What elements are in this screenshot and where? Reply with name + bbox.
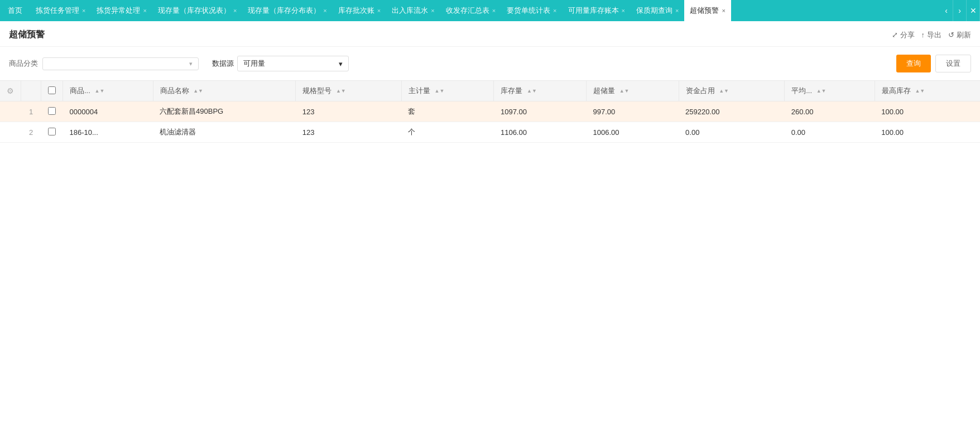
row-product-code: 186-10... bbox=[63, 122, 153, 143]
nav-tab-9-close[interactable]: × bbox=[622, 7, 625, 14]
nav-tab-1-close[interactable]: × bbox=[82, 7, 85, 14]
query-button[interactable]: 查询 bbox=[896, 55, 931, 72]
nav-arrow-right[interactable]: › bbox=[953, 0, 967, 21]
nav-tab-9-label: 可用量库存账本 bbox=[568, 6, 619, 16]
th-max-stock[interactable]: 最高库存 ▲▼ bbox=[875, 81, 980, 101]
nav-tab-11-close[interactable]: × bbox=[722, 7, 725, 14]
datasource-label: 数据源 bbox=[212, 59, 234, 69]
select-all-checkbox[interactable] bbox=[48, 86, 56, 94]
th-product-name-label: 商品名称 bbox=[160, 86, 189, 95]
data-table: ⚙ 商品... ▲▼ 商品名称 ▲▼ 规格型号 bbox=[0, 80, 980, 143]
row-unit: 个 bbox=[401, 122, 494, 143]
th-capital[interactable]: 资金占用 ▲▼ bbox=[679, 81, 785, 101]
row-max-stock: 100.00 bbox=[875, 101, 980, 122]
nav-tab-11[interactable]: 超储预警 × bbox=[684, 0, 731, 21]
th-avg-label: 平均... bbox=[791, 86, 812, 95]
setting-button[interactable]: 设置 bbox=[935, 55, 971, 72]
th-overstock-label: 超储量 bbox=[593, 86, 615, 95]
nav-tab-5[interactable]: 库存批次账 × bbox=[333, 0, 386, 21]
nav-tab-8-close[interactable]: × bbox=[553, 7, 556, 14]
nav-tab-5-close[interactable]: × bbox=[377, 7, 381, 14]
filter-buttons: 查询 设置 bbox=[896, 55, 971, 72]
share-button[interactable]: ⤢ 分享 bbox=[892, 30, 915, 40]
table-header-row: ⚙ 商品... ▲▼ 商品名称 ▲▼ 规格型号 bbox=[0, 81, 980, 101]
sort-icon-capital: ▲▼ bbox=[719, 89, 729, 94]
nav-tab-3[interactable]: 现存量（库存状况表） × bbox=[152, 0, 242, 21]
table-row: 2 186-10... 机油滤清器 123 个 1106.00 1006.00 … bbox=[0, 122, 980, 143]
th-spec[interactable]: 规格型号 ▲▼ bbox=[296, 81, 402, 101]
table-row: 1 0000004 六配套新昌490BPG 123 套 1097.00 997.… bbox=[0, 101, 980, 122]
sort-icon-max-stock: ▲▼ bbox=[915, 89, 925, 94]
row-spec: 123 bbox=[296, 122, 402, 143]
nav-tab-3-close[interactable]: × bbox=[233, 7, 237, 14]
row-stock: 1106.00 bbox=[494, 122, 587, 143]
th-stock-label: 库存量 bbox=[501, 86, 522, 95]
page-header: 超储预警 ⤢ 分享 ↑ 导出 ↺ 刷新 bbox=[0, 21, 980, 47]
nav-arrow-more[interactable]: ✕ bbox=[967, 0, 980, 21]
export-button[interactable]: ↑ 导出 bbox=[921, 30, 942, 40]
row-overstock: 1006.00 bbox=[587, 122, 679, 143]
nav-tab-6[interactable]: 出入库流水 × bbox=[386, 0, 440, 21]
table-body: 1 0000004 六配套新昌490BPG 123 套 1097.00 997.… bbox=[0, 101, 980, 143]
th-max-stock-label: 最高库存 bbox=[882, 86, 911, 95]
nav-home[interactable]: 首页 bbox=[0, 6, 30, 16]
th-unit-label: 主计量 bbox=[409, 86, 430, 95]
nav-tab-10[interactable]: 保质期查询 × bbox=[631, 0, 684, 21]
nav-arrow-left[interactable]: ‹ bbox=[940, 0, 953, 21]
nav-tab-1-label: 拣货任务管理 bbox=[36, 6, 79, 16]
row-checkbox-cell[interactable] bbox=[41, 122, 63, 143]
row-spec: 123 bbox=[296, 101, 402, 122]
table-container: ⚙ 商品... ▲▼ 商品名称 ▲▼ 规格型号 bbox=[0, 80, 980, 143]
refresh-button[interactable]: ↺ 刷新 bbox=[948, 30, 971, 40]
nav-tab-1[interactable]: 拣货任务管理 × bbox=[30, 0, 91, 21]
export-label: 导出 bbox=[927, 30, 941, 40]
nav-tab-7[interactable]: 收发存汇总表 × bbox=[440, 0, 501, 21]
th-unit[interactable]: 主计量 ▲▼ bbox=[401, 81, 494, 101]
row-capital: 259220.00 bbox=[679, 101, 785, 122]
row-capital: 0.00 bbox=[679, 122, 785, 143]
th-capital-label: 资金占用 bbox=[686, 86, 715, 95]
refresh-label: 刷新 bbox=[957, 30, 971, 40]
datasource-filter: 数据源 可用量 ▾ bbox=[212, 56, 349, 71]
th-num bbox=[21, 81, 41, 101]
nav-arrows: ‹ › ✕ bbox=[940, 0, 980, 21]
row-checkbox[interactable] bbox=[48, 107, 56, 115]
row-checkbox[interactable] bbox=[48, 128, 56, 135]
th-check[interactable] bbox=[41, 81, 63, 101]
th-avg[interactable]: 平均... ▲▼ bbox=[785, 81, 875, 101]
th-stock[interactable]: 库存量 ▲▼ bbox=[494, 81, 587, 101]
share-icon: ⤢ bbox=[892, 31, 898, 39]
row-product-code: 0000004 bbox=[63, 101, 153, 122]
nav-tab-2-label: 拣货异常处理 bbox=[97, 6, 140, 16]
sort-icon-overstock: ▲▼ bbox=[619, 89, 630, 94]
nav-tab-2[interactable]: 拣货异常处理 × bbox=[91, 0, 152, 21]
page-title: 超储预警 bbox=[9, 29, 45, 41]
nav-tab-2-close[interactable]: × bbox=[143, 7, 146, 14]
nav-tab-4-close[interactable]: × bbox=[323, 7, 326, 14]
sort-icon-avg: ▲▼ bbox=[816, 89, 827, 94]
category-select[interactable]: ▾ bbox=[42, 57, 199, 70]
gear-icon[interactable]: ⚙ bbox=[7, 86, 14, 95]
nav-tab-8[interactable]: 要货单统计表 × bbox=[501, 0, 562, 21]
nav-tab-4[interactable]: 现存量（库存分布表） × bbox=[242, 0, 332, 21]
nav-tab-3-label: 现存量（库存状况表） bbox=[158, 6, 230, 16]
row-product-name: 机油滤清器 bbox=[153, 122, 296, 143]
th-overstock[interactable]: 超储量 ▲▼ bbox=[587, 81, 679, 101]
th-product-name[interactable]: 商品名称 ▲▼ bbox=[153, 81, 296, 101]
nav-tab-8-label: 要货单统计表 bbox=[507, 6, 550, 16]
th-product-code[interactable]: 商品... ▲▼ bbox=[63, 81, 153, 101]
nav-tab-10-close[interactable]: × bbox=[675, 7, 679, 14]
nav-tab-11-label: 超储预警 bbox=[690, 6, 719, 16]
nav-tab-9[interactable]: 可用量库存账本 × bbox=[563, 0, 631, 21]
row-max-stock: 100.00 bbox=[875, 122, 980, 143]
nav-tab-7-close[interactable]: × bbox=[492, 7, 496, 14]
row-product-name: 六配套新昌490BPG bbox=[153, 101, 296, 122]
row-avg: 260.00 bbox=[785, 101, 875, 122]
th-gear[interactable]: ⚙ bbox=[0, 81, 21, 101]
nav-tab-5-label: 库存批次账 bbox=[338, 6, 374, 16]
nav-tab-6-close[interactable]: × bbox=[431, 7, 434, 14]
datasource-select[interactable]: 可用量 ▾ bbox=[237, 56, 349, 71]
category-filter: 商品分类 ▾ bbox=[9, 57, 199, 70]
row-avg: 0.00 bbox=[785, 122, 875, 143]
row-checkbox-cell[interactable] bbox=[41, 101, 63, 122]
